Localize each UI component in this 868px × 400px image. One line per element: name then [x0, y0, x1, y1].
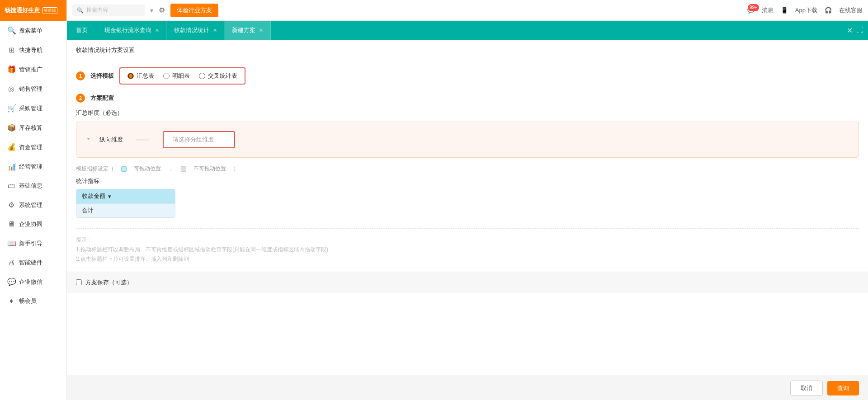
service-label: 在线客服: [839, 6, 863, 14]
sidebar-item-guide[interactable]: 📖 新手引导: [0, 234, 66, 253]
content-area: 收款情况统计方案设置 1 选择模板 汇总表 明细表: [67, 40, 868, 376]
topbar: 🔍 搜索内容 ▾ ⚙ 体验行业方案 💬 99+ 消息 📱 App下载 🎧 在线客…: [67, 0, 868, 21]
vertical-dimension-label: 纵向维度: [99, 136, 123, 144]
non-draggable-legend-dot: [181, 166, 186, 172]
sidebar-item-wechat[interactable]: 💬 企业微信: [0, 272, 66, 292]
sales-icon: ◎: [7, 85, 15, 93]
notification-label: 消息: [762, 6, 774, 14]
close-tab-btn[interactable]: ✕: [847, 26, 853, 35]
sidebar-item-search[interactable]: 🔍 搜索菜单: [0, 21, 66, 40]
step2-title: 方案配置: [90, 94, 114, 102]
draggable-legend-label: 可拖动位置: [134, 165, 161, 173]
sidebar-item-label: 系统管理: [19, 201, 42, 209]
arrow-icon: ——: [136, 136, 150, 144]
search-menu-icon: 🔍: [7, 26, 15, 35]
maximize-btn[interactable]: ⛶: [856, 26, 863, 34]
sidebar-item-label: 畅会员: [19, 297, 37, 305]
draggable-legend-dot: [121, 166, 127, 172]
sidebar-item-collab[interactable]: 🖥 企业协同: [0, 215, 66, 234]
notification-icon[interactable]: 💬 99+: [747, 7, 755, 14]
required-star: *: [87, 136, 90, 143]
query-button[interactable]: 查询: [827, 381, 859, 395]
tips-title: 提示：: [76, 235, 859, 245]
search-box[interactable]: 🔍 搜索内容: [72, 5, 145, 16]
dimension-select[interactable]: 请选择分组维度: [163, 131, 235, 148]
download-icon[interactable]: 📱: [781, 7, 788, 14]
sidebar-item-purchase[interactable]: 🛒 采购管理: [0, 99, 66, 118]
footer: 取消 查询: [67, 376, 868, 400]
tab-new[interactable]: 新建方案 ✕: [225, 21, 271, 40]
sidebar-item-label: 基础信息: [19, 182, 42, 190]
tab-new-close[interactable]: ✕: [259, 28, 263, 33]
service-icon[interactable]: 🎧: [825, 7, 832, 14]
save-checkbox[interactable]: [76, 279, 82, 285]
sidebar-item-quick-nav[interactable]: ⊞ 快捷导航: [0, 40, 66, 60]
inventory-icon: 📦: [7, 123, 15, 132]
col-dropdown-icon[interactable]: ▾: [108, 193, 111, 200]
sidebar-item-inventory[interactable]: 📦 库存核算: [0, 118, 66, 137]
topbar-right: 💬 99+ 消息 📱 App下载 🎧 在线客服: [747, 6, 863, 14]
tab-stats-close[interactable]: ✕: [213, 28, 217, 33]
notification-count: 99+: [748, 4, 759, 11]
breadcrumb: 收款情况统计方案设置: [76, 47, 135, 53]
sidebar-item-finance[interactable]: 💰 资金管理: [0, 137, 66, 157]
tab-bank[interactable]: 现金银行流水查询 ✕: [97, 21, 167, 40]
radio-detail-input[interactable]: [163, 73, 170, 79]
radio-cross[interactable]: 交叉统计表: [199, 72, 237, 80]
radio-detail-label: 明细表: [172, 72, 190, 80]
step1-row: 1 选择模板 汇总表 明细表 交叉统计表: [76, 67, 859, 85]
download-label: App下载: [795, 6, 817, 14]
edition-badge: 标准版: [42, 7, 57, 14]
sidebar-item-basic[interactable]: 🗃 基础信息: [0, 176, 66, 195]
step2-badge: 2: [76, 94, 85, 103]
tips-section: 提示： 1.拖动标题栏可以调整布局，不可跨维度或指标区域拖动栏目字段(只能在同一…: [76, 228, 859, 264]
sidebar-item-label: 智能硬件: [19, 259, 42, 267]
radio-summary-input[interactable]: [127, 73, 134, 79]
tab-home[interactable]: 首页: [67, 21, 97, 40]
sidebar-item-operations[interactable]: 📊 经营管理: [0, 157, 66, 176]
radio-cross-input[interactable]: [199, 73, 205, 79]
aggregate-label: 汇总维度（必选）: [76, 109, 859, 117]
dimension-placeholder: 请选择分组维度: [173, 136, 214, 143]
purchase-icon: 🛒: [7, 104, 15, 113]
sidebar-item-sales[interactable]: ◎ 销售管理: [0, 79, 66, 99]
save-label: 方案保存（可选）: [85, 278, 132, 287]
sidebar-item-hardware[interactable]: 🖨 智能硬件: [0, 253, 66, 272]
cancel-button[interactable]: 取消: [790, 381, 823, 396]
tab-home-label: 首页: [76, 26, 88, 34]
guide-icon: 📖: [7, 239, 15, 248]
sidebar-item-system[interactable]: ⚙ 系统管理: [0, 195, 66, 215]
member-icon: ♦: [7, 297, 15, 305]
legend-end: ）: [233, 165, 239, 173]
sidebar-item-label: 企业协同: [19, 220, 42, 228]
indicator-section-title: 模板指标设定（: [76, 165, 114, 173]
tab-stats[interactable]: 收款情况统计 ✕: [167, 21, 225, 40]
gear-icon[interactable]: ⚙: [159, 6, 165, 14]
radio-summary-label: 汇总表: [137, 72, 154, 80]
template-select-group: 汇总表 明细表 交叉统计表: [119, 67, 245, 85]
page-header: 收款情况统计方案设置: [67, 40, 868, 60]
basic-icon: 🗃: [7, 182, 15, 190]
marketing-icon: 🎁: [7, 65, 15, 74]
sidebar-item-marketing[interactable]: 🎁 营销推广: [0, 60, 66, 79]
search-placeholder: 搜索内容: [86, 6, 108, 14]
col-label: 收款金额: [82, 192, 105, 200]
radio-summary[interactable]: 汇总表: [127, 72, 154, 80]
scheme-section: 2 方案配置 汇总维度（必选） * 纵向维度 —— 请选择分组维度: [76, 94, 859, 264]
dropdown-icon: ▾: [150, 7, 153, 14]
sidebar-item-member[interactable]: ♦ 畅会员: [0, 292, 66, 311]
tabbar: 首页 现金银行流水查询 ✕ 收款情况统计 ✕ 新建方案 ✕ ✕ ⛶: [67, 21, 868, 40]
indicator-legend: 模板指标设定（ 可拖动位置 ， 不可拖动位置 ）: [76, 165, 859, 173]
trial-button[interactable]: 体验行业方案: [170, 4, 218, 17]
finance-icon: 💰: [7, 143, 15, 151]
tab-bank-close[interactable]: ✕: [155, 28, 159, 33]
tab-new-label: 新建方案: [232, 26, 255, 34]
quick-nav-icon: ⊞: [7, 46, 15, 54]
sidebar-item-label: 经营管理: [19, 163, 42, 171]
save-section: 方案保存（可选）: [67, 272, 868, 293]
non-draggable-legend-label: 不可拖动位置: [193, 165, 226, 173]
indicator-table: 收款金额 ▾ 合计: [76, 189, 175, 218]
radio-detail[interactable]: 明细表: [163, 72, 190, 80]
search-icon: 🔍: [77, 7, 84, 14]
indicator-table-header: 收款金额 ▾: [76, 189, 175, 203]
